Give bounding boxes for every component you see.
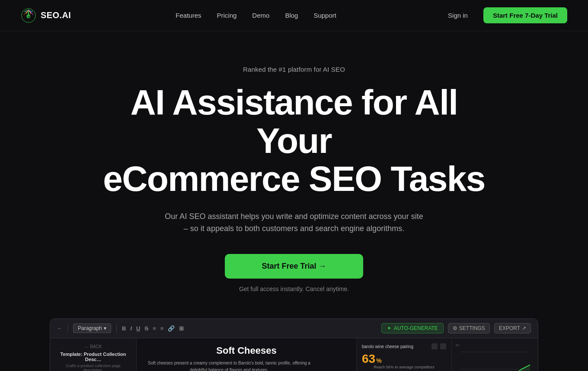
seo-reach-text: Reach 56% to average competitors bbox=[362, 365, 446, 369]
seo-panel: barolo wine cheese pairing 63 % Reach 56… bbox=[356, 338, 451, 371]
toolbar-back: ← bbox=[57, 325, 62, 331]
nav-features[interactable]: Features bbox=[176, 12, 201, 19]
toolbar-divider-1 bbox=[67, 324, 68, 332]
chart-container: 40 29 bbox=[455, 343, 534, 371]
strikethrough-icon[interactable]: S bbox=[144, 325, 148, 332]
preview-template-title: Template: Product Collection Desc… bbox=[56, 352, 130, 362]
y-label-40: 40 bbox=[455, 343, 459, 347]
hero-subtitle: Our AI SEO assistant helps you write and… bbox=[164, 210, 424, 235]
sign-in-button[interactable]: Sign in bbox=[441, 8, 475, 22]
toolbar-formatting-icons: B I U S ≡ ≡ 🔗 ⊞ bbox=[122, 325, 184, 332]
nav-pricing[interactable]: Pricing bbox=[217, 12, 237, 19]
auto-generate-icon: ✦ bbox=[387, 325, 391, 331]
toolbar-right-actions: ✦ AUTO-GENERATE ⚙ SETTINGS EXPORT ↗ bbox=[381, 323, 531, 333]
app-preview: ← Paragraph ▾ B I U S ≡ ≡ 🔗 ⊞ ✦ AUTO-GEN… bbox=[50, 318, 538, 371]
seo-score-display: 63 % bbox=[362, 353, 446, 365]
preview-chart-panel: 40 29 bbox=[451, 338, 538, 371]
nav-links: Features Pricing Demo Blog Support bbox=[176, 12, 336, 19]
nav-actions: Sign in Start Free 7-Day Trial bbox=[441, 7, 567, 23]
svg-marker-14 bbox=[461, 365, 530, 371]
seo-edit-icons bbox=[431, 343, 446, 349]
toolbar-settings-button[interactable]: ⚙ SETTINGS bbox=[448, 323, 490, 333]
preview-template-desc: Crafts a product collection page descrip… bbox=[56, 364, 130, 371]
seo-score-number: 63 bbox=[362, 353, 375, 365]
hero-title: AI Assistance for All Your eCommerce SEO… bbox=[99, 83, 489, 198]
nav-demo[interactable]: Demo bbox=[252, 12, 269, 19]
hero-badge: Ranked the #1 platform for AI SEO bbox=[243, 66, 345, 73]
logo-text: SEO.AI bbox=[41, 10, 71, 20]
seo-edit-icon-1[interactable] bbox=[431, 343, 438, 349]
nav-blog[interactable]: Blog bbox=[285, 12, 298, 19]
logo-icon: SEO bbox=[21, 8, 36, 23]
preview-body: ← BACK Template: Product Collection Desc… bbox=[50, 338, 538, 371]
auto-generate-button[interactable]: ✦ AUTO-GENERATE bbox=[381, 323, 444, 333]
toolbar-export-button[interactable]: EXPORT ↗ bbox=[494, 323, 531, 333]
underline-icon[interactable]: U bbox=[136, 325, 140, 332]
logo-link[interactable]: SEO SEO.AI bbox=[21, 8, 71, 23]
ordered-list-icon[interactable]: ≡ bbox=[160, 325, 164, 332]
preview-content-paragraph: Soft cheeses present a creamy complement… bbox=[147, 360, 311, 371]
seo-score-suffix: % bbox=[376, 357, 381, 364]
export-icon: ↗ bbox=[522, 325, 526, 331]
preview-left-panel: ← BACK Template: Product Collection Desc… bbox=[50, 338, 137, 371]
preview-back-label: ← BACK bbox=[56, 344, 130, 349]
navbar: SEO SEO.AI Features Pricing Demo Blog Su… bbox=[0, 0, 588, 31]
preview-content-title: Soft Cheeses bbox=[147, 345, 346, 356]
seo-edit-icon-2[interactable] bbox=[440, 343, 446, 349]
seo-keyword-title: barolo wine cheese pairing bbox=[362, 344, 413, 349]
settings-icon: ⚙ bbox=[453, 325, 457, 331]
toolbar-divider-2 bbox=[116, 324, 117, 332]
list-icon[interactable]: ≡ bbox=[153, 325, 156, 332]
link-icon[interactable]: 🔗 bbox=[168, 325, 175, 332]
chart-svg bbox=[461, 343, 530, 371]
nav-support[interactable]: Support bbox=[313, 12, 336, 19]
chart-y-labels: 40 29 bbox=[455, 343, 461, 371]
seo-header: barolo wine cheese pairing bbox=[362, 343, 446, 349]
hero-section: Ranked the #1 platform for AI SEO AI Ass… bbox=[0, 31, 588, 371]
nav-trial-button[interactable]: Start Free 7-Day Trial bbox=[483, 7, 567, 23]
hero-cta-button[interactable]: Start Free Trial → bbox=[225, 254, 363, 279]
bold-icon[interactable]: B bbox=[122, 325, 126, 332]
preview-main-content: Soft Cheeses Soft cheeses present a crea… bbox=[137, 338, 356, 371]
table-icon[interactable]: ⊞ bbox=[179, 325, 184, 332]
svg-text:SEO: SEO bbox=[27, 15, 33, 18]
cta-fine-print: Get full access instantly. Cancel anytim… bbox=[239, 285, 349, 292]
preview-toolbar: ← Paragraph ▾ B I U S ≡ ≡ 🔗 ⊞ ✦ AUTO-GEN… bbox=[50, 319, 538, 338]
italic-icon[interactable]: I bbox=[130, 325, 132, 332]
toolbar-paragraph-select[interactable]: Paragraph ▾ bbox=[73, 323, 111, 333]
